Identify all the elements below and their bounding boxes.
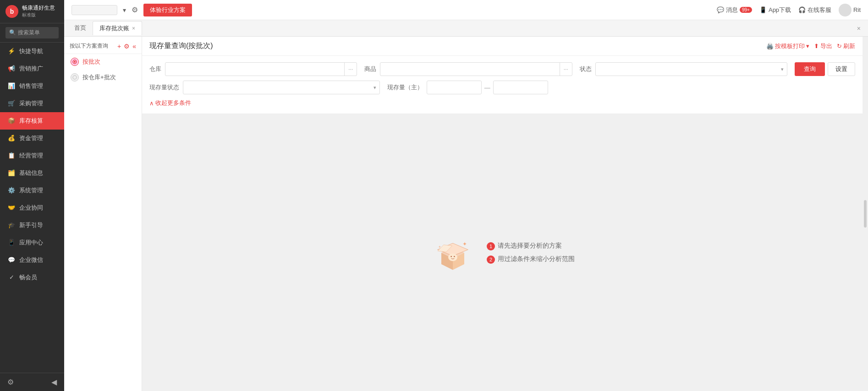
- stock-qty-field: 现存量（主） —: [387, 81, 618, 94]
- collapse-filter-btn[interactable]: «: [132, 43, 136, 50]
- tab-home[interactable]: 首页: [68, 21, 93, 36]
- headset-icon: 🎧: [798, 6, 806, 13]
- tab-active-label: 库存批次账: [99, 24, 129, 33]
- sidebar-item-app[interactable]: 📱 应用中心: [0, 234, 64, 251]
- sidebar-search-area[interactable]: 🔍 搜索菜单: [0, 23, 64, 43]
- form-row-1: 仓库 ··· 商品 ··· 状态: [149, 62, 855, 76]
- nav-label: 系统管理: [19, 186, 43, 195]
- warehouse-label: 仓库: [149, 65, 161, 73]
- empty-state: ✦ ✦ 1 请先选择要分析的方案 2 用过滤条件来缩小分析范围: [142, 114, 863, 391]
- status-select[interactable]: 在库 已出库: [595, 62, 787, 76]
- refresh-icon: ↻: [837, 43, 842, 49]
- messages-action[interactable]: 💬 消息 99+: [717, 6, 752, 14]
- query-btn[interactable]: 查询: [795, 62, 825, 76]
- basic-icon: 🗂️: [7, 169, 16, 177]
- sidebar-item-guide[interactable]: 🎓 新手引导: [0, 217, 64, 234]
- range-separator: —: [482, 84, 493, 91]
- page-container: 按以下方案查询 + ⚙ « 按批次 按仓库+批次: [64, 37, 868, 391]
- form-row-2: 现存量状态 正常 不足 ▾ 现存量（主） —: [149, 81, 855, 94]
- app-download-action[interactable]: 📱 App下载: [759, 6, 791, 14]
- export-btn[interactable]: ⬆ 导出: [814, 42, 832, 50]
- goods-label: 商品: [364, 65, 376, 73]
- nav-label: 经营管理: [19, 152, 43, 160]
- nav-label: 库存核算: [19, 117, 43, 125]
- goods-input-wrapper: ···: [380, 62, 572, 76]
- collapse-sidebar-icon[interactable]: ◀: [51, 378, 57, 386]
- settings-btn[interactable]: 设置: [828, 62, 855, 76]
- filter-item-by-warehouse-batch[interactable]: 按仓库+批次: [64, 70, 142, 85]
- tip-text-1: 请先选择要分析的方案: [498, 242, 562, 250]
- export-icon: ⬆: [814, 43, 819, 49]
- collapse-icon: ∧: [149, 100, 154, 107]
- app-download-label: App下载: [769, 6, 791, 14]
- sidebar-item-enterprise[interactable]: 🤝 企业协同: [0, 199, 64, 217]
- sidebar-item-inventory[interactable]: 📦 库存核算: [0, 112, 64, 130]
- messages-badge: 99+: [740, 7, 752, 13]
- stock-qty-max-input[interactable]: [493, 81, 548, 94]
- add-scheme-btn[interactable]: +: [117, 43, 121, 50]
- app-download-icon: 📱: [759, 6, 767, 13]
- nav-label: 快捷导航: [19, 47, 43, 55]
- print-label: 按模板打印: [775, 42, 805, 50]
- close-tab-right-icon[interactable]: ×: [853, 25, 864, 32]
- sidebar-item-basic[interactable]: 🗂️ 基础信息: [0, 164, 64, 182]
- filter-item-by-batch[interactable]: 按批次: [64, 54, 142, 70]
- sidebar-nav: ⚡ 快捷导航 📢 营销推广 📊 销售管理 🛒 采购管理 📦 库存核算 💰 资金管…: [0, 43, 64, 373]
- company-name: 畅康通好生意: [22, 5, 55, 12]
- print-icon: 🖨️: [766, 43, 774, 49]
- right-scrollbar[interactable]: [863, 37, 868, 391]
- nav-label: 营销推广: [19, 65, 43, 73]
- refresh-btn[interactable]: ↻ 刷新: [837, 42, 855, 50]
- user-name: Rit: [853, 6, 861, 13]
- system-icon: ⚙️: [7, 186, 16, 195]
- nav-label: 新手引导: [19, 221, 43, 229]
- scheme-settings-btn[interactable]: ⚙: [124, 43, 130, 50]
- breadcrumb-input[interactable]: [71, 5, 117, 15]
- stock-status-select[interactable]: 正常 不足: [183, 81, 380, 94]
- stock-qty-label: 现存量（主）: [387, 83, 423, 92]
- dropdown-btn[interactable]: ▾: [123, 6, 126, 14]
- filter-item-warehouse-batch-label: 按仓库+批次: [82, 73, 116, 81]
- goods-extra-btn[interactable]: ···: [560, 63, 572, 76]
- search-form: 仓库 ··· 商品 ··· 状态: [142, 56, 863, 114]
- sidebar-item-system[interactable]: ⚙️ 系统管理: [0, 182, 64, 199]
- tab-inventory-batch[interactable]: 库存批次账 ×: [93, 21, 142, 35]
- tab-close-icon[interactable]: ×: [132, 25, 135, 32]
- user-action[interactable]: Rit: [839, 4, 861, 16]
- svg-point-8: [448, 253, 457, 261]
- online-service-action[interactable]: 🎧 在线客服: [798, 6, 831, 14]
- print-template-btn[interactable]: 🖨️ 按模板打印 ▾: [766, 42, 809, 50]
- goods-input[interactable]: [380, 66, 559, 73]
- tip-text-2: 用过滤条件来缩小分析范围: [498, 255, 575, 263]
- stock-qty-min-input[interactable]: [427, 81, 482, 94]
- sidebar-item-member[interactable]: ✓ 畅会员: [0, 269, 64, 286]
- edition-label: 标准版: [22, 12, 55, 18]
- nav-label: 企业协同: [19, 204, 43, 212]
- collapse-conditions-btn[interactable]: ∧ 收起更多条件: [149, 99, 191, 107]
- wechat-icon: 💬: [7, 256, 16, 264]
- stock-status-select-wrapper: 正常 不足 ▾: [183, 81, 380, 94]
- settings-footer-icon[interactable]: ⚙: [7, 378, 14, 386]
- sidebar-item-purchase[interactable]: 🛒 采购管理: [0, 95, 64, 112]
- batch-dot: [71, 58, 79, 66]
- quick-nav-icon: ⚡: [7, 47, 16, 55]
- tab-home-label: 首页: [74, 24, 86, 31]
- tab-bar: 首页 库存批次账 × ×: [64, 20, 868, 37]
- app-logo: b: [5, 5, 18, 18]
- sidebar-item-quick-nav[interactable]: ⚡ 快捷导航: [0, 43, 64, 60]
- filter-panel-title: 按以下方案查询: [70, 42, 108, 50]
- enterprise-icon: 🤝: [7, 204, 16, 212]
- sidebar-item-wechat[interactable]: 💬 企业微信: [0, 251, 64, 269]
- header-gear-btn[interactable]: ⚙: [132, 5, 138, 14]
- filter-panel-header: 按以下方案查询 + ⚙ «: [64, 42, 142, 54]
- sidebar-item-finance[interactable]: 💰 资金管理: [0, 130, 64, 147]
- try-industry-btn[interactable]: 体验行业方案: [143, 4, 192, 16]
- sidebar-item-sales[interactable]: 📊 销售管理: [0, 77, 64, 95]
- tip-num-1: 1: [487, 242, 495, 250]
- nav-label: 畅会员: [19, 273, 37, 282]
- warehouse-extra-btn[interactable]: ···: [344, 63, 357, 76]
- sidebar-search-input[interactable]: 🔍 搜索菜单: [5, 27, 59, 38]
- warehouse-input[interactable]: [165, 66, 344, 73]
- sidebar-item-operations[interactable]: 📋 经营管理: [0, 147, 64, 164]
- sidebar-item-marketing[interactable]: 📢 营销推广: [0, 60, 64, 77]
